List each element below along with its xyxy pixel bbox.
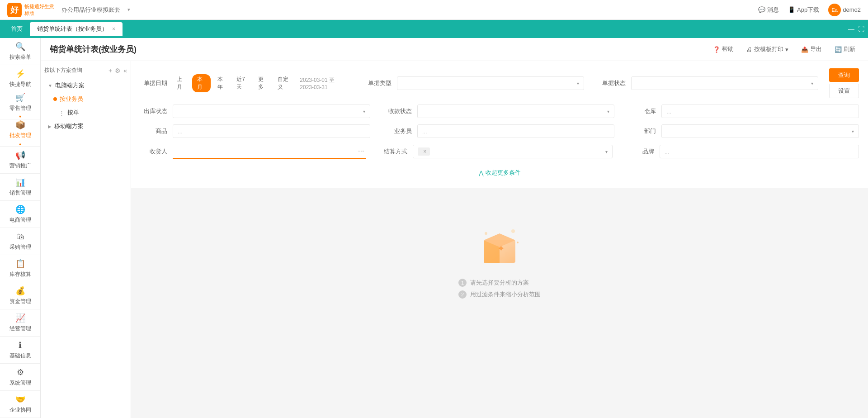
receiver-input[interactable] (175, 144, 358, 158)
brand-dots: ... (665, 148, 670, 155)
date-filter: 上月 本月 本年 近7天 更多 自定义 2023-03-01 至 2023-03… (173, 74, 350, 93)
logo-icon: 好 (7, 3, 22, 17)
add-plan-button[interactable]: + (108, 67, 112, 74)
date-last-7-days[interactable]: 近7天 (232, 74, 251, 93)
top-bar-left: 好 畅捷通好生意 标版 办公用品行业模拟账套 ▾ (7, 3, 130, 17)
panel-header: 按以下方案查询 + ⚙ « (44, 66, 127, 74)
receiver-input-area: ··· (173, 144, 366, 159)
tree-desktop-children: 按业务员 ⋮ 按单 (50, 92, 127, 119)
tree-expand-icon: ▼ (48, 83, 52, 88)
goods-select[interactable]: ... (173, 124, 370, 138)
sidebar-item-inventory[interactable]: 📋 库存核算 (0, 255, 40, 282)
dropdown-arrow-icon[interactable]: ▾ (127, 7, 130, 13)
selected-dot-icon (53, 97, 57, 101)
split-content: 按以下方案查询 + ⚙ « ▼ 电脑端方案 (41, 61, 868, 418)
empty-tip-2: 2 用过滤条件来缩小分析范围 (458, 290, 541, 299)
window-maximize-button[interactable]: ⛶ (858, 25, 864, 33)
date-this-year[interactable]: 本年 (213, 74, 230, 93)
department-select[interactable]: ▾ (661, 124, 859, 138)
receiver-label: 收货人 (140, 147, 167, 156)
wholesale-icon: 📦 (15, 120, 25, 130)
tab-home[interactable]: 首页 (4, 22, 30, 36)
warehouse-select[interactable]: ... (661, 104, 859, 118)
app-download-button[interactable]: 📱 App下载 (788, 6, 819, 14)
tree-item-by-salesperson[interactable]: 按业务员 (50, 92, 127, 106)
top-bar: 好 畅捷通好生意 标版 办公用品行业模拟账套 ▾ 💬 消息 📱 App下载 Ea (0, 0, 868, 20)
message-icon: 💬 (758, 6, 765, 13)
date-more[interactable]: 更多 (254, 74, 271, 93)
sidebar-item-ecommerce[interactable]: 🌐 电商管理 (0, 201, 40, 228)
doc-status-select[interactable]: ▾ (631, 76, 818, 90)
export-icon: 📤 (801, 46, 808, 53)
export-button[interactable]: 📤 导出 (797, 43, 826, 55)
empty-illustration: ✦ (472, 215, 527, 270)
goods-dots: ... (178, 128, 183, 135)
sidebar-item-marketing[interactable]: 📢 营销推广 (0, 147, 40, 174)
goods-label: 商品 (140, 127, 167, 135)
brand-select[interactable]: ... (660, 145, 859, 158)
main-area: 🔍 搜索菜单 ⚡ 快捷导航 🛒 零售管理 ▾ 📦 批发管理 ▴ 📢 营销推广 (0, 38, 868, 418)
sidebar-item-quick-nav[interactable]: ⚡ 快捷导航 (0, 65, 40, 92)
sidebar-item-wholesale[interactable]: 📦 批发管理 ▴ (0, 119, 40, 147)
out-status-select[interactable]: ▾ (173, 104, 370, 118)
top-bar-right: 💬 消息 📱 App下载 Ea demo2 (758, 4, 861, 16)
tree-group-desktop[interactable]: ▼ 电脑端方案 (44, 79, 127, 92)
doc-type-select[interactable]: ▾ (397, 76, 584, 90)
sidebar-item-search[interactable]: 🔍 搜索菜单 (0, 38, 40, 65)
sidebar-item-enterprise[interactable]: 🤝 企业协同 (0, 391, 40, 418)
enterprise-icon: 🤝 (15, 394, 25, 404)
sales-icon: 📊 (15, 177, 25, 187)
svg-point-4 (485, 232, 487, 235)
left-panel: 按以下方案查询 + ⚙ « ▼ 电脑端方案 (41, 61, 131, 418)
query-button[interactable]: 查询 (829, 68, 859, 82)
retail-icon: 🛒 (15, 93, 25, 103)
tab-close-icon[interactable]: × (112, 26, 115, 32)
empty-state: ✦ 1 请先选择要分析的方案 (131, 188, 868, 326)
date-range-display: 2023-03-01 至 2023-03-31 (300, 76, 350, 90)
tab-sales-stat[interactable]: 销货单统计表（按业务员） × (30, 22, 123, 36)
tree-group-mobile[interactable]: ▶ 移动端方案 (44, 119, 127, 133)
app-title[interactable]: 办公用品行业模拟账套 (58, 6, 124, 14)
settings-plan-button[interactable]: ⚙ (115, 67, 121, 74)
settlement-label: 结算方式 (380, 147, 407, 156)
receiver-dots[interactable]: ··· (358, 147, 364, 155)
settlement-select[interactable]: × ▾ (413, 145, 612, 158)
template-print-button[interactable]: 🖨 按模板打印 ▾ (743, 43, 792, 55)
message-button[interactable]: 💬 消息 (758, 6, 779, 14)
tree-item-by-doc[interactable]: ⋮ 按单 (55, 106, 127, 119)
date-this-month[interactable]: 本月 (192, 74, 211, 92)
payment-status-select[interactable]: ▾ (417, 104, 615, 118)
user-menu[interactable]: Ea demo2 (828, 4, 861, 16)
date-custom[interactable]: 自定义 (274, 74, 294, 93)
settlement-tag-close[interactable]: × (423, 148, 426, 155)
date-last-month[interactable]: 上月 (173, 74, 189, 93)
panel-actions: + ⚙ « (108, 67, 127, 74)
sidebar-item-retail[interactable]: 🛒 零售管理 ▾ (0, 92, 40, 119)
date-label: 单据日期 (140, 79, 167, 87)
payment-status-label: 收款状态 (385, 107, 412, 115)
sidebar-item-sales[interactable]: 📊 销售管理 (0, 174, 40, 201)
help-button[interactable]: ❓ 帮助 (709, 43, 737, 55)
window-minimize-button[interactable]: — (848, 25, 854, 33)
brand-label: 品牌 (627, 147, 654, 156)
empty-tips: 1 请先选择要分析的方案 2 用过滤条件来缩小分析范围 (458, 279, 541, 299)
collapse-panel-button[interactable]: « (123, 67, 127, 74)
salesperson-select[interactable]: ... (417, 124, 615, 138)
payment-status-arrow-icon: ▾ (607, 109, 609, 114)
sidebar-item-finance[interactable]: 💰 资金管理 (0, 282, 40, 309)
inventory-icon: 📋 (15, 259, 25, 269)
doc-type-arrow-icon: ▾ (577, 81, 579, 86)
download-icon: 📱 (788, 6, 795, 13)
sidebar-item-system[interactable]: ⚙ 系统管理 (0, 364, 40, 391)
sidebar-item-purchase[interactable]: 🛍 采购管理 (0, 228, 40, 255)
refresh-button[interactable]: 🔄 刷新 (831, 43, 859, 55)
settings-button[interactable]: 设置 (829, 84, 859, 98)
salesperson-dots: ... (422, 128, 427, 135)
page-title: 销货单统计表(按业务员) (50, 44, 137, 55)
right-panel: 单据日期 上月 本月 本年 近7天 更多 自定义 2023-03-01 至 20… (131, 61, 868, 418)
collapse-bar[interactable]: ⋀ 收起更多条件 (140, 165, 859, 180)
sidebar-item-basic[interactable]: ℹ 基础信息 (0, 337, 40, 364)
sidebar-item-operations[interactable]: 📈 经营管理 (0, 309, 40, 337)
doc-icon: ⋮ (59, 109, 65, 116)
filter-row-3: 商品 ... 业务员 ... 部门 ▾ (140, 124, 859, 138)
